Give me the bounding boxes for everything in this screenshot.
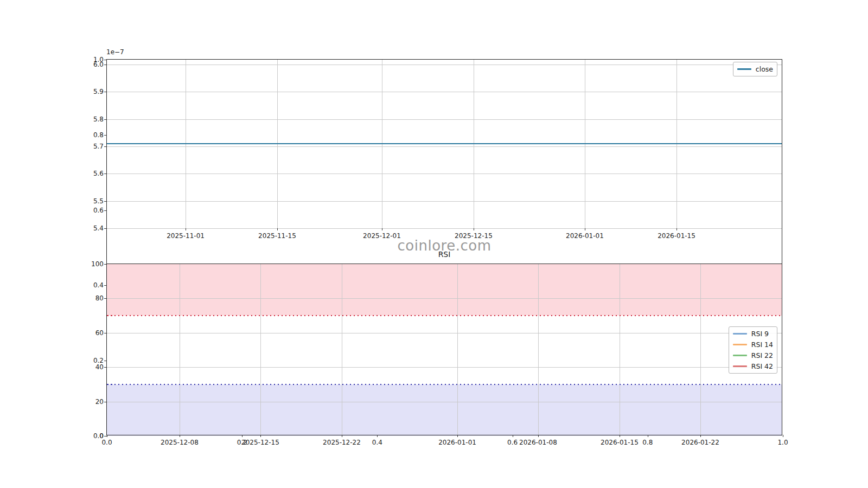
y-tick-label: 20 (69, 397, 104, 406)
y-tick-mark (104, 60, 107, 60)
x-tick-label: 1.0 (753, 438, 813, 447)
x-tick-label: 0.8 (618, 438, 678, 447)
x-tick-mark (513, 435, 513, 437)
y-tick-label: 60 (69, 329, 104, 337)
y-tick-label: 0.2 (69, 356, 104, 365)
x-tick-label: 2026-01-01 (427, 438, 487, 447)
x-tick-label: 0.4 (347, 438, 407, 447)
chart-figure: 1e−7 coinlore.com RSI 6.05.95.85.75.65.5… (0, 0, 868, 488)
x-tick-mark (107, 435, 107, 437)
x-tick-mark (648, 435, 648, 437)
y-tick-mark (104, 210, 107, 211)
y-tick-label: 5.8 (69, 115, 104, 124)
y-axis-offset-label: 1e−7 (106, 48, 124, 56)
y-tick-label: 0.4 (69, 281, 104, 290)
y-tick-mark (104, 135, 107, 136)
y-tick-mark (104, 285, 107, 286)
axes-overlay: 1.00.80.60.40.20.00.00.20.40.60.81.0 (106, 59, 782, 435)
y-tick-label: 80 (69, 294, 104, 303)
y-tick-label: 5.5 (69, 197, 104, 206)
y-tick-label: 1.0 (69, 55, 104, 64)
y-tick-label: 5.6 (69, 169, 104, 178)
y-tick-label: 5.9 (69, 87, 104, 96)
x-tick-mark (377, 435, 378, 437)
x-tick-mark (242, 435, 242, 437)
y-tick-mark (104, 361, 107, 361)
x-tick-label: 2025-12-08 (150, 438, 209, 447)
y-tick-label: 5.7 (69, 142, 104, 151)
x-tick-label: 2026-01-22 (671, 438, 730, 447)
y-tick-label: 5.4 (69, 224, 104, 233)
x-tick-label: 0.2 (212, 438, 272, 447)
x-tick-mark (783, 435, 783, 437)
y-tick-label: 0.6 (69, 206, 104, 215)
y-tick-label: 0.8 (69, 131, 104, 139)
x-tick-label: 0.6 (483, 438, 542, 447)
y-tick-label: 100 (69, 260, 104, 268)
x-tick-label: 0.0 (77, 438, 137, 447)
